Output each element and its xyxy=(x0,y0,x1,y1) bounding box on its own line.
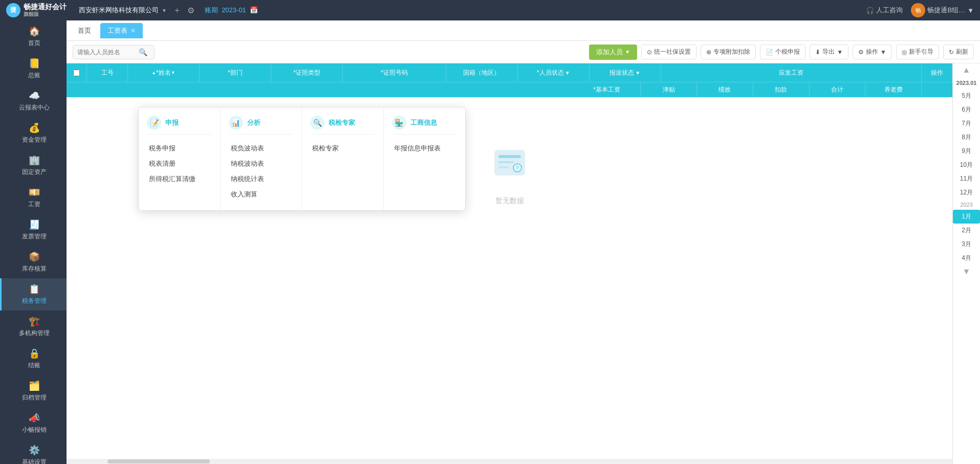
refresh-icon: ↻ xyxy=(949,49,954,56)
search-input[interactable] xyxy=(77,49,139,56)
th-report[interactable]: 报送状态 ▼ xyxy=(590,63,661,82)
inventory-icon: 📦 xyxy=(29,251,40,262)
sidebar-item-assets[interactable]: 🏢 固定资产 xyxy=(0,149,67,182)
table-header-row2: *基本工资 津贴 绩效 扣款 合计 养老费 xyxy=(67,82,952,97)
sidebar-item-tax[interactable]: 📋 税务管理 xyxy=(0,278,67,311)
menu-item-tax-check[interactable]: 税检专家 xyxy=(310,141,375,156)
th-status[interactable]: *人员状态 ▼ xyxy=(518,63,590,82)
svg-rect-1 xyxy=(498,155,521,158)
refresh-btn[interactable]: ↻ 刷新 xyxy=(943,45,974,59)
analysis-title: 分析 xyxy=(247,118,260,127)
th-checkbox[interactable] xyxy=(67,63,87,82)
dropdown-col-declaration-header: 📝 申报 xyxy=(147,116,212,135)
month-item-8[interactable]: 8月 xyxy=(953,130,980,144)
menu-item-tax-table[interactable]: 税表清册 xyxy=(147,156,212,171)
month-item-6[interactable]: 6月 xyxy=(953,103,980,117)
refresh-label: 刷新 xyxy=(956,48,968,56)
add-company-btn[interactable]: ＋ xyxy=(173,5,181,16)
social-security-btn[interactable]: ⊙ 统一社保设置 xyxy=(641,45,696,59)
export-caret-icon: ▼ xyxy=(837,49,843,56)
sidebar-item-archive[interactable]: 🗂️ 归档管理 xyxy=(0,375,67,407)
month-item-4[interactable]: 4月 xyxy=(953,251,980,265)
tax-declaration-btn[interactable]: 📄 个税申报 xyxy=(760,45,805,59)
settings-icon[interactable]: ⚙ xyxy=(187,6,194,15)
sidebar-item-marketing[interactable]: 📣 小畅报销 xyxy=(0,407,67,439)
sidebar-item-closing[interactable]: 🔒 结账 xyxy=(0,343,67,375)
tax-icon: 📋 xyxy=(29,283,40,295)
sidebar-item-fund[interactable]: 💰 资金管理 xyxy=(0,117,67,149)
tab-home-label: 首页 xyxy=(78,26,91,35)
th-allowance: 津贴 xyxy=(641,82,697,97)
calendar-icon[interactable]: 📅 xyxy=(250,6,258,14)
sidebar-item-inventory[interactable]: 📦 库存核算 xyxy=(0,246,67,278)
sidebar-item-home[interactable]: 🏠 首页 xyxy=(0,20,67,53)
sidebar-item-invoice[interactable]: 🧾 发票管理 xyxy=(0,214,67,246)
menu-item-tax-stats[interactable]: 纳税统计表 xyxy=(229,171,294,187)
company-selector[interactable]: 西安虾米网络科技有限公司 ▼ xyxy=(79,6,167,15)
search-input-wrap[interactable]: 🔍 xyxy=(73,45,155,59)
headset-icon: 🎧 xyxy=(866,7,874,14)
operation-btn[interactable]: ⚙ 操作 ▼ xyxy=(853,45,892,59)
sidebar-item-multi[interactable]: 🏗️ 多机构管理 xyxy=(0,311,67,343)
sidebar-label-tax: 税务管理 xyxy=(22,297,47,305)
select-all-checkbox[interactable] xyxy=(73,70,80,76)
scroll-thumb[interactable] xyxy=(107,459,210,463)
guide-circle-icon: ◎ xyxy=(902,49,907,56)
month-item-9[interactable]: 9月 xyxy=(953,144,980,158)
app-logo-icon: 捷 xyxy=(6,3,20,17)
guide-btn[interactable]: ◎ 新手引导 xyxy=(896,45,939,59)
sidebar-item-cloud[interactable]: ☁️ 云报表中心 xyxy=(0,85,67,117)
month-item-5[interactable]: 5月 xyxy=(953,89,980,103)
export-btn[interactable]: ⬇ 导出 ▼ xyxy=(810,45,848,59)
menu-item-annual-report[interactable]: 年报信息申报表 xyxy=(392,141,458,156)
sidebar-label-marketing: 小畅报销 xyxy=(22,426,47,434)
special-deduction-btn[interactable]: ⊕ 专项附加扣除 xyxy=(701,45,756,59)
year-panel-down-btn[interactable]: ▼ xyxy=(963,265,971,278)
sidebar-item-salary[interactable]: 💴 工资 xyxy=(0,182,67,214)
th-salary-group: 应发工资 xyxy=(661,63,922,82)
month-item-1[interactable]: 1月 xyxy=(953,210,980,224)
report-filter-icon: ▼ xyxy=(635,70,640,76)
horizontal-scrollbar[interactable] xyxy=(67,459,952,464)
header-actions: ＋ ⚙ xyxy=(173,5,194,16)
tax-expert-icon: 🔍 xyxy=(310,116,324,130)
menu-item-tax-burden[interactable]: 税负波动表 xyxy=(229,141,294,156)
support-btn[interactable]: 🎧 人工咨询 xyxy=(866,6,903,15)
month-item-11[interactable]: 11月 xyxy=(953,172,980,186)
dropdown-col-tax-expert: 🔍 税检专家 税检专家 xyxy=(302,107,384,210)
month-item-10[interactable]: 10月 xyxy=(953,158,980,172)
year-panel-up-btn[interactable]: ▲ xyxy=(963,63,971,77)
search-icon: 🔍 xyxy=(139,48,147,56)
th-performance: 绩效 xyxy=(697,82,753,97)
fund-icon: 💰 xyxy=(29,122,40,134)
dropdown-menu: 📝 申报 税务申报 税表清册 所得税汇算清缴 📊 分析 税负波动表 xyxy=(138,107,466,211)
month-item-12[interactable]: 12月 xyxy=(953,186,980,200)
month-item-7[interactable]: 7月 xyxy=(953,117,980,130)
tab-home[interactable]: 首页 xyxy=(71,23,98,38)
business-info-icon: 🏪 xyxy=(392,116,406,130)
th-operation: 操作 xyxy=(922,63,952,82)
add-person-btn[interactable]: 添加人员 ▼ xyxy=(589,45,637,60)
operation-caret-icon: ▼ xyxy=(880,49,886,56)
month-item-3[interactable]: 3月 xyxy=(953,237,980,251)
sidebar-item-basic[interactable]: ⚙️ 基础设置 xyxy=(0,439,67,464)
multi-icon: 🏗️ xyxy=(29,316,40,327)
menu-item-tax-return[interactable]: 纳税波动表 xyxy=(229,156,294,171)
user-area[interactable]: 畅 畅捷通B组… ▼ xyxy=(911,3,974,17)
menu-item-income-calc[interactable]: 收入测算 xyxy=(229,187,294,202)
tab-salary-table[interactable]: 工资表 ✕ xyxy=(100,23,143,38)
svg-rect-2 xyxy=(498,161,514,163)
menu-item-income-tax-clear[interactable]: 所得税汇算清缴 xyxy=(147,171,212,187)
business-info-title: 工商信息 xyxy=(410,118,437,127)
th-name[interactable]: ▲ *姓名 ▼ xyxy=(128,63,200,82)
tab-close-icon[interactable]: ✕ xyxy=(130,27,136,34)
tax-expert-title: 税检专家 xyxy=(329,118,355,127)
dropdown-col-tax-expert-header: 🔍 税检专家 xyxy=(310,116,375,135)
sidebar: 🏠 首页 📒 总账 ☁️ 云报表中心 💰 资金管理 🏢 固定资产 💴 工资 🧾 … xyxy=(0,20,67,464)
sidebar-item-ledger[interactable]: 📒 总账 xyxy=(0,53,67,85)
sort-up-icon: ▲ xyxy=(151,70,156,75)
social-security-label: 统一社保设置 xyxy=(654,48,691,56)
menu-item-tax-declaration[interactable]: 税务申报 xyxy=(147,141,212,156)
month-item-2[interactable]: 2月 xyxy=(953,224,980,237)
top-header: 捷 畅捷通好会计 旗舰版 西安虾米网络科技有限公司 ▼ ＋ ⚙ 账期 2023-… xyxy=(0,0,980,20)
